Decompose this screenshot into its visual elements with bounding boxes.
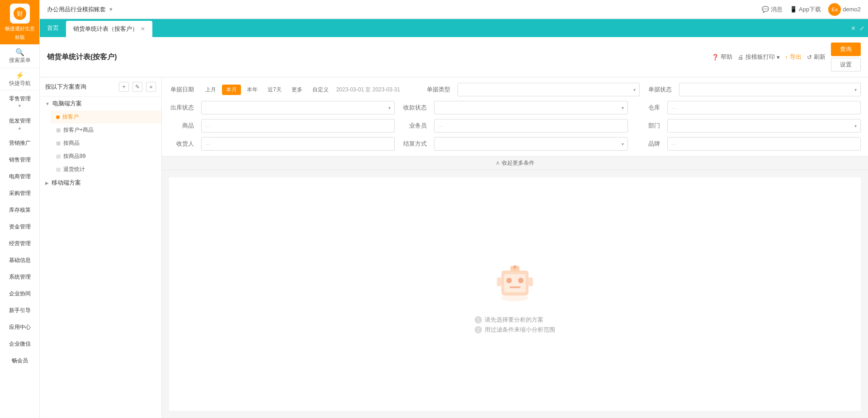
tree-desktop-items: 按客户 ▦ 按客户+商品 ▦ 按商品 ▤ 按商品99 ▤ [40, 110, 161, 176]
app-download-label: App下载 [799, 5, 821, 14]
tree-item-by-customer-goods[interactable]: ▦ 按客户+商品 [51, 124, 161, 137]
date-btn-last-month[interactable]: 上月 [201, 85, 220, 95]
sidebar-item-basic[interactable]: 基础信息 [0, 252, 39, 269]
filter-row-1: 单据日期 上月 本月 本年 近7天 更多 自定义 2023-03-01 至 20… [169, 83, 861, 96]
salesperson-filter[interactable]: ··· [434, 119, 627, 133]
export-label: 导出 [790, 53, 802, 61]
sidebar-item-wechat[interactable]: 企业微信 [0, 336, 39, 352]
print-btn[interactable]: 🖨 按模板打印 ▾ [738, 53, 780, 61]
tree-item-refund-stats[interactable]: ▤ 退货统计 [51, 163, 161, 176]
query-button[interactable]: 查询 [831, 43, 861, 56]
sidebar-item-cooperation[interactable]: 企业协同 [0, 285, 39, 302]
receive-status-label: 收款状态 [402, 104, 427, 112]
department-label: 部门 [635, 122, 660, 130]
page-header: 销货单统计表(按客户) ❓ 帮助 🖨 按模板打印 ▾ ↑ 导出 ↺ 刷新 [40, 37, 868, 77]
sidebar-item-sales[interactable]: 销售管理 [0, 152, 39, 168]
sidebar-item-finance[interactable]: 资金管理 [0, 218, 39, 235]
brand-label: 品牌 [635, 140, 660, 148]
message-btn[interactable]: 💬 消息 [762, 5, 783, 14]
department-filter[interactable]: ▾ [667, 119, 861, 133]
tree-desktop-label: 电脑端方案 [52, 100, 82, 108]
status-filter[interactable]: ▾ [679, 83, 861, 96]
date-btn-custom[interactable]: 自定义 [308, 85, 333, 95]
export-btn[interactable]: ↑ 导出 [785, 53, 802, 61]
barchart-icon: ▤ [56, 153, 61, 159]
sidebar-item-inventory[interactable]: 库存核算 [0, 202, 39, 218]
tree-mobile-group[interactable]: ▶ 移动端方案 [40, 176, 161, 190]
maximize-window-icon[interactable]: ⤢ [859, 25, 864, 32]
empty-illustration [488, 252, 542, 307]
username: demo2 [843, 6, 861, 13]
refresh-icon: ↺ [807, 54, 812, 61]
industry-dropdown-icon[interactable]: ▾ [109, 6, 113, 13]
sidebar-item-newcomer[interactable]: 新手引导 [0, 302, 39, 319]
message-icon: 💬 [762, 6, 769, 13]
tree-desktop-group[interactable]: ▼ 电脑端方案 [40, 97, 161, 110]
payment-label: 结算方式 [402, 140, 427, 148]
payment-filter[interactable]: ▾ [434, 137, 627, 151]
user-menu[interactable]: Ea demo2 [828, 3, 861, 16]
refresh-btn[interactable]: ↺ 刷新 [807, 53, 826, 61]
empty-state: 1 请先选择要分析的方案 2 用过滤条件来缩小分析范围 [169, 177, 861, 411]
sidebar: 财 畅捷通好生意 标版 🔍 搜索菜单 ⚡ 快捷导航 零售管理 ▼ 批发管理 ▲ … [0, 0, 40, 418]
page-title: 销货单统计表(按客户) [47, 52, 117, 62]
date-btn-last-7days[interactable]: 近7天 [264, 85, 286, 95]
download-icon: 📱 [790, 6, 797, 13]
sidebar-item-retail[interactable]: 零售管理 ▼ [0, 90, 39, 113]
left-panel: 按以下方案查询 + ✎ « ▼ 电脑端方案 按客户 [40, 77, 162, 418]
doc-status-label: 单据状态 [647, 86, 672, 94]
tip-text-2: 用过滤条件来缩小分析范围 [485, 326, 555, 334]
settings-button[interactable]: 设置 [831, 58, 861, 71]
warehouse-placeholder: ··· [671, 104, 676, 111]
close-window-icon[interactable]: ✕ [851, 25, 856, 32]
tab-home[interactable]: 首页 [40, 19, 66, 37]
type-filter[interactable]: ▾ [458, 83, 639, 96]
tab-sales-stats[interactable]: 销货单统计表（按客户） ✕ [66, 21, 152, 37]
sidebar-item-purchase[interactable]: 采购管理 [0, 185, 39, 202]
sidebar-quick-nav[interactable]: ⚡ 快捷导航 [0, 68, 39, 90]
date-btn-more[interactable]: 更多 [288, 85, 307, 95]
tab-bar: 首页 销货单统计表（按客户） ✕ ✕ ⤢ [40, 19, 868, 37]
receive-status-filter[interactable]: ▾ [434, 101, 627, 114]
date-btn-this-month[interactable]: 本月 [222, 85, 241, 95]
filter-row-4: 收货人 ··· 结算方式 ▾ 品牌 ··· [169, 137, 861, 151]
warehouse-filter[interactable]: ··· [667, 101, 861, 114]
sidebar-item-apps[interactable]: 应用中心 [0, 319, 39, 336]
active-dot-icon [56, 115, 60, 119]
grid-icon: ▦ [56, 127, 61, 133]
date-btn-this-year[interactable]: 本年 [243, 85, 262, 95]
collapse-panel-btn[interactable]: « [146, 82, 156, 92]
help-btn[interactable]: ❓ 帮助 [712, 53, 732, 61]
tree-item-by-customer[interactable]: 按客户 [51, 110, 161, 124]
empty-tip-1: 1 请先选择要分析的方案 [475, 316, 555, 324]
svg-rect-10 [497, 277, 501, 286]
tab-close-icon[interactable]: ✕ [141, 26, 145, 32]
consignee-filter[interactable]: ··· [201, 137, 395, 151]
empty-tip-2: 2 用过滤条件来缩小分析范围 [475, 326, 555, 334]
sidebar-item-ecommerce[interactable]: 电商管理 [0, 168, 39, 185]
sidebar-item-operations[interactable]: 经营管理 [0, 235, 39, 252]
sidebar-item-system[interactable]: 系统管理 [0, 269, 39, 285]
goods-filter[interactable]: ··· [201, 119, 395, 133]
right-panel: 单据日期 上月 本月 本年 近7天 更多 自定义 2023-03-01 至 20… [162, 77, 868, 418]
consignee-placeholder: ··· [205, 141, 210, 147]
sidebar-item-marketing[interactable]: 营销推广 [0, 135, 39, 152]
app-download-btn[interactable]: 📱 App下载 [790, 5, 821, 14]
edit-scheme-btn[interactable]: ✎ [132, 82, 142, 92]
page-content: 销货单统计表(按客户) ❓ 帮助 🖨 按模板打印 ▾ ↑ 导出 ↺ 刷新 [40, 37, 868, 418]
tree-item-by-goods99[interactable]: ▤ 按商品99 [51, 150, 161, 163]
type-label: 单据类型 [425, 86, 450, 94]
tip-text-1: 请先选择要分析的方案 [485, 316, 543, 324]
sidebar-item-member[interactable]: 畅会员 [0, 352, 39, 369]
out-status-filter[interactable]: ▾ [201, 101, 395, 114]
collapse-bar[interactable]: ∧ 收起更多条件 [162, 157, 868, 170]
receive-status-dropdown-icon: ▾ [622, 105, 624, 110]
department-dropdown-icon: ▾ [854, 124, 857, 128]
sidebar-search[interactable]: 🔍 搜索菜单 [0, 44, 39, 68]
tree-item-by-goods[interactable]: ▦ 按商品 [51, 137, 161, 150]
brand-filter[interactable]: ··· [667, 137, 861, 151]
sidebar-item-wholesale[interactable]: 批发管理 ▲ [0, 113, 39, 135]
date-label: 单据日期 [169, 86, 194, 94]
logo-icon: 财 [10, 4, 30, 24]
add-scheme-btn[interactable]: + [119, 82, 129, 92]
